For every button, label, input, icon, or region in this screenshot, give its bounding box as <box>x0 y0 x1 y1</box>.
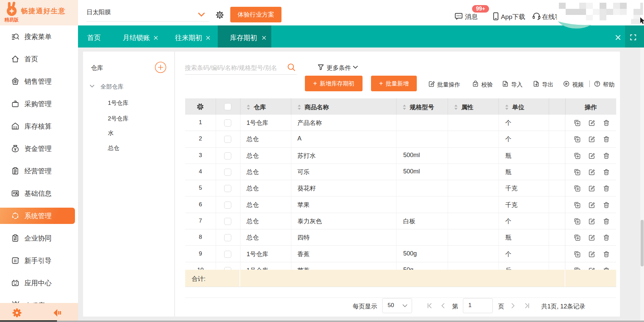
svg-text:新: 新 <box>14 259 17 263</box>
